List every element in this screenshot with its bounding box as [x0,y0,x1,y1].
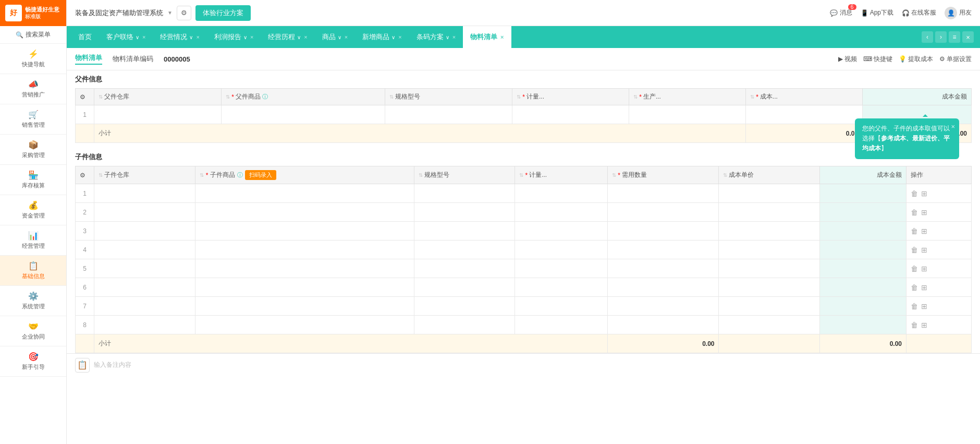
delete-icon-6[interactable]: 🗑 [911,283,918,292]
delete-icon-4[interactable]: 🗑 [911,246,918,254]
child-cell-warehouse-3[interactable] [94,222,195,241]
tab-history[interactable]: 经营历程∨× [261,26,314,48]
child-cell-unit-cost-3[interactable] [719,222,820,241]
child-cell-unit-cost-4[interactable] [719,241,820,259]
parent-cell-goods-1[interactable] [222,105,385,124]
copy-icon-6[interactable]: ⊞ [921,283,927,292]
child-cell-spec-7[interactable] [414,297,515,316]
child-cell-goods-8[interactable] [195,316,414,334]
nav-close-all-button[interactable]: × [962,31,974,43]
sidebar-item-finance[interactable]: 💰 资金管理 [0,195,66,225]
service-button[interactable]: 🎧 在线客服 [902,8,936,17]
child-cell-spec-2[interactable] [414,203,515,222]
copy-icon-4[interactable]: ⊞ [921,246,927,254]
trial-button[interactable]: 体验行业方案 [195,5,251,21]
goods-close-icon[interactable]: × [345,34,348,40]
copy-icon-8[interactable]: ⊞ [921,321,927,329]
child-cell-qty-7[interactable] [608,297,719,316]
parent-cell-spec-1[interactable] [385,105,512,124]
profit-close-icon[interactable]: × [250,34,253,40]
child-cell-unit-8[interactable] [515,316,608,334]
video-action[interactable]: ▶ 视频 [838,55,857,64]
tooltip-close-button[interactable]: × [951,122,955,133]
child-cell-spec-5[interactable] [414,259,515,278]
user-area[interactable]: 👤 用友 [945,7,972,19]
sidebar-item-inventory[interactable]: 🏪 库存核算 [0,165,66,195]
child-cell-unit-4[interactable] [515,241,608,259]
copy-icon-7[interactable]: ⊞ [921,302,927,310]
sidebar-item-purchase[interactable]: 📦 采购管理 [0,135,66,165]
child-cell-goods-5[interactable] [195,259,414,278]
child-cell-spec-4[interactable] [414,241,515,259]
tab-bom[interactable]: 物料清单× [463,26,511,48]
child-cell-unit-3[interactable] [515,222,608,241]
tab-new-goods[interactable]: 新增商品∨× [355,26,409,48]
nav-prev-button[interactable]: ‹ [922,31,933,43]
delete-icon-1[interactable]: 🗑 [911,189,918,198]
child-cell-warehouse-5[interactable] [94,259,195,278]
child-cell-unit-6[interactable] [515,278,608,297]
sidebar-item-cooperation[interactable]: 🤝 企业协同 [0,316,66,346]
child-cell-goods-7[interactable] [195,297,414,316]
tab-barcode[interactable]: 条码方案∨× [409,26,463,48]
child-cell-unit-cost-8[interactable] [719,316,820,334]
child-cell-goods-4[interactable] [195,241,414,259]
sidebar-item-marketing[interactable]: 📣 营销推广 [0,74,66,104]
app-download-button[interactable]: 📱 App下载 [861,8,893,17]
sidebar-item-basic-info[interactable]: 📋 基础信息 [0,256,66,286]
tab-bom-list[interactable]: 物料清单 [75,53,102,65]
parent-col-settings[interactable]: ⚙ [76,89,94,105]
child-cell-goods-2[interactable] [195,203,414,222]
child-cell-warehouse-2[interactable] [94,203,195,222]
tab-customers[interactable]: 客户联络∨× [99,26,153,48]
customers-close-icon[interactable]: × [142,34,145,40]
child-cell-unit-cost-2[interactable] [719,203,820,222]
copy-icon-3[interactable]: ⊞ [921,227,927,235]
child-cell-qty-2[interactable] [608,203,719,222]
child-cell-warehouse-6[interactable] [94,278,195,297]
child-cell-unit-2[interactable] [515,203,608,222]
nav-next-button[interactable]: › [935,31,947,43]
bom-close-icon[interactable]: × [500,34,504,40]
child-cell-goods-1[interactable] [195,184,414,203]
copy-icon-5[interactable]: ⊞ [921,265,927,273]
delete-icon-3[interactable]: 🗑 [911,227,918,235]
child-col-settings[interactable]: ⚙ [76,166,94,184]
tab-operations[interactable]: 经营情况∨× [153,26,206,48]
new-goods-close-icon[interactable]: × [398,34,401,40]
note-icon-button[interactable]: 📋 [75,358,90,373]
sidebar-item-guide[interactable]: 🎯 新手引导 [0,346,66,377]
sidebar-item-sales[interactable]: 🛒 销售管理 [0,104,66,135]
operations-close-icon[interactable]: × [196,34,199,40]
parent-cell-warehouse-1[interactable] [94,105,222,124]
child-cell-qty-1[interactable] [608,184,719,203]
tab-goods[interactable]: 商品∨× [315,26,355,48]
child-cell-qty-5[interactable] [608,259,719,278]
child-cell-unit-cost-7[interactable] [719,297,820,316]
child-cell-qty-6[interactable] [608,278,719,297]
delete-icon-2[interactable]: 🗑 [911,208,918,217]
history-close-icon[interactable]: × [304,34,307,40]
child-cell-qty-3[interactable] [608,222,719,241]
gear-button[interactable]: ⚙ [177,6,191,20]
message-button[interactable]: 💬 消息 6 [830,8,852,17]
child-cell-warehouse-7[interactable] [94,297,195,316]
child-cell-unit-5[interactable] [515,259,608,278]
child-cell-qty-4[interactable] [608,241,719,259]
delete-icon-8[interactable]: 🗑 [911,321,918,329]
copy-icon-2[interactable]: ⊞ [921,208,927,217]
child-cell-unit-cost-1[interactable] [719,184,820,203]
child-cell-unit-7[interactable] [515,297,608,316]
barcode-close-icon[interactable]: × [452,34,456,40]
sidebar-item-operations[interactable]: 📊 经营管理 [0,225,66,256]
child-cell-unit-1[interactable] [515,184,608,203]
single-set-action[interactable]: ⚙ 单据设置 [939,55,972,64]
child-cell-spec-6[interactable] [414,278,515,297]
extract-cost-action[interactable]: 💡 提取成本 [899,55,933,64]
scan-button[interactable]: 扫码录入 [245,170,276,180]
child-cell-spec-8[interactable] [414,316,515,334]
sidebar-item-search[interactable]: 🔍 搜索菜单 [0,26,66,44]
child-cell-goods-3[interactable] [195,222,414,241]
child-cell-spec-3[interactable] [414,222,515,241]
sidebar-item-system[interactable]: ⚙️ 系统管理 [0,286,66,316]
